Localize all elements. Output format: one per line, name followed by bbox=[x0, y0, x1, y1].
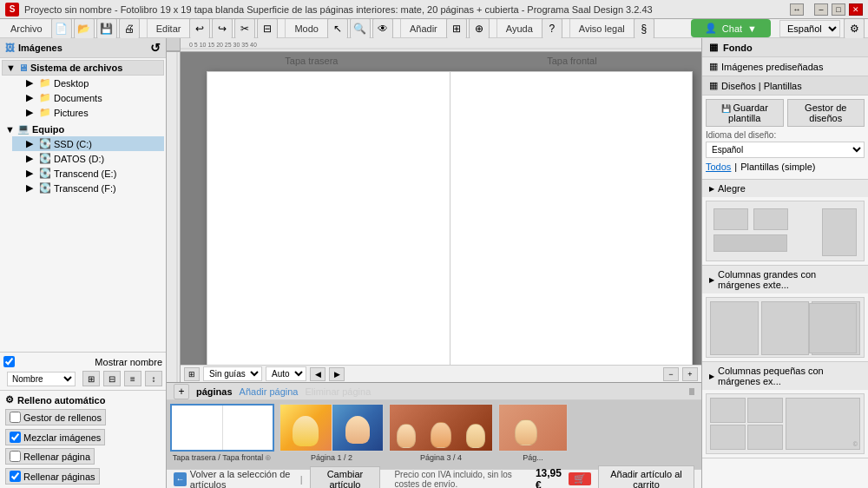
add-to-cart-btn[interactable]: Añadir artículo al carrito bbox=[598, 465, 694, 489]
tree-item-transcend-f[interactable]: ▶ 💽 Transcend (F:) bbox=[12, 181, 164, 195]
app-icon: S bbox=[5, 3, 19, 16]
rpanel-cat-alegre-header[interactable]: ▶ Alegre bbox=[702, 180, 868, 197]
undo-btn[interactable]: ↩ bbox=[189, 18, 210, 39]
new-btn[interactable]: 📄 bbox=[51, 18, 72, 39]
thumb-img-2[interactable] bbox=[389, 404, 493, 452]
menu-aviso[interactable]: Aviso legal bbox=[572, 22, 632, 36]
zoom-in-btn[interactable]: ◀ bbox=[310, 367, 326, 381]
zoom-minus-btn[interactable]: − bbox=[663, 367, 679, 381]
cut-btn[interactable]: ✂ bbox=[234, 18, 255, 39]
rpanel-imagenes-header[interactable]: ▦ Imágenes prediseñadas bbox=[702, 57, 868, 76]
relleno-mezclar-check[interactable] bbox=[10, 432, 21, 443]
thumb-add-icon-btn[interactable]: + bbox=[174, 384, 189, 399]
language-select[interactable]: Español bbox=[779, 20, 840, 37]
menu-modo[interactable]: Modo bbox=[287, 22, 326, 36]
show-name-checkbox[interactable] bbox=[3, 356, 15, 367]
tree-item-datos[interactable]: ▶ 💽 DATOS (D:) bbox=[12, 151, 164, 166]
rpanel-cat-columnas-grandes-header[interactable]: ▶ Columnas grandes con márgenes exte... bbox=[702, 266, 868, 293]
page-left[interactable]: © bbox=[207, 72, 450, 378]
hand-btn[interactable]: 👁 bbox=[372, 18, 393, 39]
guides-select[interactable]: Sin guías bbox=[203, 366, 262, 381]
thumb-item-2[interactable]: Página 3 / 4 bbox=[389, 404, 493, 462]
thumb-expand-0[interactable]: ⊕ bbox=[265, 453, 272, 462]
zoom-btn[interactable]: 🔍 bbox=[350, 18, 371, 39]
close-btn[interactable]: ✕ bbox=[849, 3, 863, 16]
thumb-img-1[interactable] bbox=[279, 404, 384, 452]
relleno-pagina-check[interactable] bbox=[10, 451, 21, 462]
equipo-header[interactable]: ▼ 💻 Equipo bbox=[2, 122, 164, 136]
sort-direction-btn[interactable]: ↕ bbox=[145, 371, 162, 386]
legal-btn[interactable]: § bbox=[634, 18, 654, 39]
drive-expand-icon: ▶ bbox=[26, 153, 33, 164]
tree-item-documents[interactable]: ▶ 📁 Documents bbox=[12, 90, 164, 105]
face-b bbox=[431, 422, 451, 448]
remove-page-btn[interactable]: Eliminar página bbox=[305, 386, 371, 397]
gestor-diseños-btn[interactable]: Gestor de diseños bbox=[787, 99, 865, 127]
template-thumb-1[interactable] bbox=[706, 201, 865, 261]
fit-page-btn[interactable]: ⊞ bbox=[184, 367, 200, 381]
guardar-plantilla-btn[interactable]: 💾 Guardar plantilla bbox=[706, 99, 784, 127]
relleno-gestor-btn[interactable]: Gestor de rellenos bbox=[5, 409, 106, 425]
thumb-img-0[interactable] bbox=[170, 404, 274, 452]
tree-item-desktop[interactable]: ▶ 📁 Desktop bbox=[12, 76, 164, 90]
redo-btn[interactable]: ↪ bbox=[212, 18, 233, 39]
relleno-paginas-btn[interactable]: Rellenar páginas bbox=[5, 468, 100, 485]
chat-button[interactable]: 👤 Chat ▼ bbox=[691, 19, 771, 37]
help-btn[interactable]: ? bbox=[542, 18, 562, 39]
minimize-btn[interactable]: – bbox=[814, 3, 828, 16]
thumb-right-1 bbox=[332, 405, 384, 451]
rpanel-cat-columnas-pequeñas-header[interactable]: ▶ Columnas pequeñas con márgenes ex... bbox=[702, 362, 868, 390]
filter-simple-link[interactable]: Plantillas (simple) bbox=[740, 162, 815, 172]
template-thumb-2[interactable] bbox=[706, 297, 865, 358]
view-grid-medium-btn[interactable]: ⊟ bbox=[103, 371, 121, 386]
relleno-gestor-check[interactable] bbox=[10, 412, 21, 423]
view-grid-small-btn[interactable]: ⊞ bbox=[82, 371, 100, 386]
page-spread[interactable]: © bbox=[207, 71, 693, 379]
thumb-img-3[interactable] bbox=[498, 404, 568, 452]
add-img-btn[interactable]: ⊞ bbox=[446, 18, 467, 39]
settings-btn[interactable]: ⚙ bbox=[844, 18, 865, 39]
print-btn[interactable]: 🖨 bbox=[119, 18, 140, 39]
relleno-pagina-btn[interactable]: Rellenar página bbox=[5, 448, 95, 465]
menu-archivo[interactable]: Archivo bbox=[3, 22, 49, 36]
sort-select[interactable]: Nombre bbox=[7, 372, 76, 386]
filesystem-header[interactable]: ▼ 🖥 Sistema de archivos bbox=[2, 60, 164, 76]
back-btn[interactable]: Volver a la selección de artículos bbox=[190, 469, 293, 489]
menu-añadir[interactable]: Añadir bbox=[403, 22, 444, 36]
template-thumb-3[interactable]: © bbox=[706, 393, 865, 454]
network-icon[interactable]: ↔ bbox=[790, 3, 804, 16]
thumb-faces-2 bbox=[390, 405, 492, 451]
maximize-btn[interactable]: □ bbox=[832, 3, 845, 16]
view-list-btn[interactable]: ≡ bbox=[124, 371, 141, 386]
thumb-item-0[interactable]: Tapa trasera / Tapa frontal ⊕ bbox=[170, 404, 274, 462]
strip-resize-handle[interactable] bbox=[689, 388, 694, 395]
page-right[interactable] bbox=[450, 72, 693, 378]
zoom-plus-btn[interactable]: + bbox=[682, 367, 698, 381]
thumb-item-1[interactable]: Página 1 / 2 bbox=[279, 404, 384, 462]
t1-rect4 bbox=[713, 234, 787, 252]
images-refresh-icon[interactable]: ↺ bbox=[150, 41, 161, 55]
zoom-out-btn[interactable]: ▶ bbox=[329, 367, 345, 381]
save-btn[interactable]: 💾 bbox=[96, 18, 117, 39]
show-name-label: Mostrar nombre bbox=[95, 357, 162, 367]
open-btn[interactable]: 📂 bbox=[74, 18, 95, 39]
change-article-btn[interactable]: Cambiar artículo bbox=[310, 466, 381, 489]
zoom-select[interactable]: Auto bbox=[266, 366, 306, 381]
add-text-btn[interactable]: ⊕ bbox=[469, 18, 490, 39]
filter-all-link[interactable]: Todos bbox=[706, 162, 731, 172]
tree-item-transcend-e[interactable]: ▶ 💽 Transcend (E:) bbox=[12, 166, 164, 181]
canvas-workspace: Tapa trasera Tapa frontal © ⊞ Sin guías bbox=[181, 52, 701, 382]
add-page-btn[interactable]: Añadir página bbox=[240, 386, 299, 397]
relleno-mezclar-btn[interactable]: Mezclar imágenes bbox=[5, 429, 105, 445]
menu-editar[interactable]: Editar bbox=[149, 22, 188, 36]
crop-btn[interactable]: ⊟ bbox=[257, 18, 278, 39]
tree-item-ssd[interactable]: ▶ 💽 SSD (C:) bbox=[12, 136, 164, 151]
thumb-item-3[interactable]: Pág... bbox=[498, 404, 568, 462]
idioma-select[interactable]: Español bbox=[706, 142, 865, 158]
thumbnail-scroll[interactable]: Tapa trasera / Tapa frontal ⊕ bbox=[167, 400, 701, 469]
select-btn[interactable]: ↖ bbox=[327, 18, 348, 39]
rpanel-diseños-header[interactable]: ▦ Diseños | Plantillas bbox=[702, 76, 868, 96]
relleno-paginas-check[interactable] bbox=[10, 471, 21, 482]
tree-item-pictures[interactable]: ▶ 📁 Pictures bbox=[12, 105, 164, 120]
menu-ayuda[interactable]: Ayuda bbox=[499, 22, 540, 36]
